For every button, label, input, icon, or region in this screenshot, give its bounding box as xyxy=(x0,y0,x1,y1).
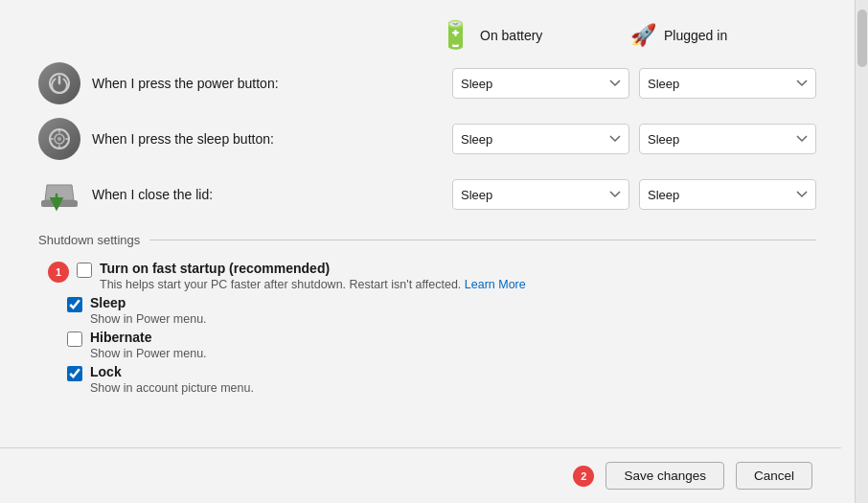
power-button-plugged-select[interactable]: Sleep Hibernate Shut down Turn off the d… xyxy=(639,68,816,99)
sleep-row: Sleep Show in Power menu. xyxy=(38,295,816,326)
sleep-text: Sleep Show in Power menu. xyxy=(90,295,207,326)
close-lid-label: When I close the lid: xyxy=(92,187,452,202)
fast-startup-checkbox[interactable] xyxy=(77,263,92,278)
sleep-button-row: When I press the sleep button: Sleep Hib… xyxy=(38,118,816,160)
power-button-label: When I press the power button: xyxy=(92,76,452,91)
rocket-icon: 🚀 xyxy=(630,23,656,48)
fast-startup-row: 1 Turn on fast startup (recommended) Thi… xyxy=(38,261,816,291)
hibernate-checkbox[interactable] xyxy=(67,332,82,347)
close-lid-battery-select[interactable]: Sleep Hibernate Shut down Turn off the d… xyxy=(452,179,629,210)
svg-point-3 xyxy=(57,137,61,141)
on-battery-header: 🔋 On battery xyxy=(439,19,621,51)
fast-startup-label[interactable]: Turn on fast startup (recommended) xyxy=(100,261,526,276)
fast-startup-text: Turn on fast startup (recommended) This … xyxy=(100,261,526,291)
lock-text: Lock Show in account picture menu. xyxy=(90,364,254,395)
hibernate-label[interactable]: Hibernate xyxy=(90,330,207,345)
sleep-button-battery-select[interactable]: Sleep Hibernate Shut down Turn off the d… xyxy=(452,124,629,154)
hibernate-row: Hibernate Show in Power menu. xyxy=(38,330,816,360)
sleep-checkbox[interactable] xyxy=(67,297,82,312)
sleep-sublabel: Show in Power menu. xyxy=(90,312,207,326)
svg-rect-4 xyxy=(41,200,78,207)
main-content: 🔋 On battery 🚀 Plugged in When I press t… xyxy=(0,0,855,503)
column-headers: 🔋 On battery 🚀 Plugged in xyxy=(38,19,816,51)
lock-sublabel: Show in account picture menu. xyxy=(90,381,254,395)
learn-more-link[interactable]: Learn More xyxy=(465,278,526,291)
shutdown-divider: Shutdown settings xyxy=(38,233,816,247)
shutdown-section-label: Shutdown settings xyxy=(38,233,140,247)
sleep-button-dropdowns: Sleep Hibernate Shut down Turn off the d… xyxy=(452,124,816,154)
on-battery-label: On battery xyxy=(480,28,542,43)
lock-checkbox-wrapper: Lock Show in account picture menu. xyxy=(67,364,254,395)
footer: 2 Save changes Cancel xyxy=(0,447,841,503)
divider-line xyxy=(149,240,816,240)
fast-startup-checkbox-wrapper: Turn on fast startup (recommended) This … xyxy=(77,261,526,291)
power-button-row: When I press the power button: Sleep Hib… xyxy=(38,62,816,104)
plugged-in-header: 🚀 Plugged in xyxy=(630,19,812,51)
lock-label[interactable]: Lock xyxy=(90,364,254,379)
sleep-label[interactable]: Sleep xyxy=(90,295,207,310)
power-button-icon xyxy=(38,62,80,104)
sleep-button-plugged-select[interactable]: Sleep Hibernate Shut down Turn off the d… xyxy=(639,124,816,154)
plugged-in-label: Plugged in xyxy=(664,28,727,43)
lock-checkbox[interactable] xyxy=(67,366,82,381)
lid-icon xyxy=(38,173,80,216)
close-lid-dropdowns: Sleep Hibernate Shut down Turn off the d… xyxy=(452,179,816,210)
fast-startup-sublabel: This helps start your PC faster after sh… xyxy=(100,278,526,291)
hibernate-sublabel: Show in Power menu. xyxy=(90,347,207,360)
power-button-battery-select[interactable]: Sleep Hibernate Shut down Turn off the d… xyxy=(452,68,629,99)
badge-2: 2 xyxy=(573,466,594,487)
scrollbar-thumb[interactable] xyxy=(857,10,867,67)
scrollbar[interactable] xyxy=(855,0,868,503)
lock-row: Lock Show in account picture menu. xyxy=(38,364,816,395)
battery-icon: 🔋 xyxy=(439,19,472,51)
close-lid-plugged-select[interactable]: Sleep Hibernate Shut down Turn off the d… xyxy=(639,179,816,210)
close-lid-row: When I close the lid: Sleep Hibernate Sh… xyxy=(38,173,816,216)
power-button-dropdowns: Sleep Hibernate Shut down Turn off the d… xyxy=(452,68,816,99)
cancel-button[interactable]: Cancel xyxy=(736,462,812,490)
sleep-button-icon xyxy=(38,118,80,160)
save-changes-button[interactable]: Save changes xyxy=(605,462,724,490)
sleep-button-label: When I press the sleep button: xyxy=(92,131,452,147)
sleep-checkbox-wrapper: Sleep Show in Power menu. xyxy=(67,295,207,326)
hibernate-checkbox-wrapper: Hibernate Show in Power menu. xyxy=(67,330,207,360)
badge-1: 1 xyxy=(48,262,69,283)
hibernate-text: Hibernate Show in Power menu. xyxy=(90,330,207,360)
